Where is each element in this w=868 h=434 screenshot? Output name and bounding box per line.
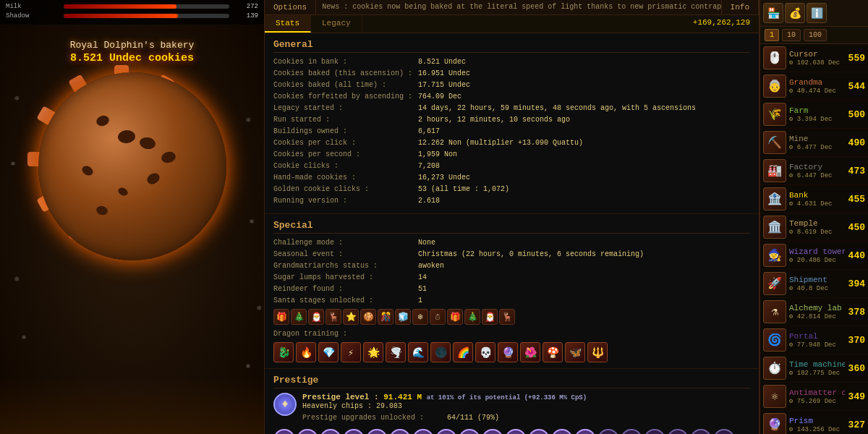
prestige-upgrade-icon[interactable]: 🌀 bbox=[412, 429, 434, 434]
santa-icon[interactable]: 🎅 bbox=[482, 309, 498, 325]
prestige-upgrade-icon[interactable]: 🌙 bbox=[505, 429, 527, 434]
santa-icon[interactable]: 🧊 bbox=[395, 309, 411, 325]
building-name: Alchemy lab bbox=[789, 304, 845, 312]
dragon-icon[interactable]: 🌪️ bbox=[386, 342, 406, 362]
stat-value: 6,617 bbox=[418, 127, 440, 137]
building-item[interactable]: 🖱️ Cursor ⚙ 102.638 Dec 559 bbox=[760, 44, 868, 72]
tab-stats[interactable]: Stats bbox=[265, 15, 311, 33]
santa-icon[interactable]: 🦌 bbox=[499, 309, 515, 325]
info-button[interactable]: Info bbox=[721, 0, 759, 14]
prestige-upgrade-icon[interactable]: ❄️ bbox=[597, 429, 619, 434]
building-item[interactable]: 🏦 Bank ⚙ 4.631 Dec 455 bbox=[760, 185, 868, 213]
chip bbox=[95, 205, 109, 216]
dragon-icon[interactable]: 🔱 bbox=[587, 342, 608, 362]
prestige-upgrade-icon[interactable]: 🎯 bbox=[435, 429, 457, 434]
prestige-upgrade-icon[interactable]: 🍀 bbox=[621, 429, 642, 434]
dragon-icon[interactable]: 💀 bbox=[475, 342, 495, 362]
prestige-upgrade-icon[interactable]: ⚡ bbox=[343, 429, 365, 434]
stat-label: Golden cookie clicks : bbox=[273, 184, 418, 195]
tab-legacy[interactable]: Legacy bbox=[311, 15, 362, 33]
building-item[interactable]: 🌾 Farm ⚙ 3.394 Dec 500 bbox=[760, 101, 868, 129]
santa-icon[interactable]: ☃️ bbox=[430, 309, 446, 325]
big-cookie[interactable] bbox=[38, 72, 226, 260]
options-button[interactable]: Options bbox=[265, 0, 316, 14]
building-item[interactable]: 👵 Grandma ⚙ 48.474 Dec 544 bbox=[760, 72, 868, 101]
dragon-icon[interactable]: 🦋 bbox=[565, 342, 585, 362]
qty-100-button[interactable]: 100 bbox=[804, 29, 827, 41]
building-item[interactable]: 🏭 Factory ⚙ 6.447 Dec 473 bbox=[760, 157, 868, 185]
building-item[interactable]: 🧙 Wizard tower ⚙ 20.486 Dec 440 bbox=[760, 242, 868, 270]
santa-icon[interactable]: 🎅 bbox=[308, 309, 324, 325]
dragon-icon[interactable]: 💎 bbox=[318, 342, 339, 362]
santa-icon[interactable]: 🍪 bbox=[360, 309, 376, 325]
building-cps: ⚙ 6.447 Dec bbox=[789, 171, 845, 179]
building-item[interactable]: 🔮 Prism ⚙ 143.256 Dec 327 bbox=[760, 411, 868, 434]
prestige-section: Prestige ♦ Prestige level : 91.421 M at … bbox=[265, 369, 759, 434]
prestige-upgrade-icon[interactable]: 🌟 bbox=[366, 429, 388, 434]
building-count: 473 bbox=[845, 166, 865, 176]
prestige-upgrade-icon[interactable]: 💥 bbox=[389, 429, 411, 434]
dragon-icon[interactable]: ⚡ bbox=[341, 342, 361, 362]
dragon-icon[interactable]: 🐉 bbox=[273, 342, 294, 362]
santa-icon[interactable]: 🎄 bbox=[464, 309, 480, 325]
qty-1-button[interactable]: 1 bbox=[765, 29, 779, 41]
stat-value: 2 hours, 12 minutes, 10 seconds ago bbox=[418, 115, 570, 125]
dragon-icon[interactable]: 🌺 bbox=[520, 342, 540, 362]
santa-icon[interactable]: ❄️ bbox=[412, 309, 428, 325]
building-name: Time machine bbox=[789, 360, 845, 369]
prestige-upgrade-icon[interactable]: 👑 bbox=[482, 429, 503, 434]
prestige-upgrade-icon[interactable]: 🌈 bbox=[713, 429, 735, 434]
prestige-upgrade-icon[interactable]: 🔥 bbox=[574, 429, 596, 434]
building-item[interactable]: ⛏️ Mine ⚙ 6.477 Dec 490 bbox=[760, 129, 868, 157]
dragon-icon[interactable]: 🔮 bbox=[498, 342, 518, 362]
building-icon-buy[interactable]: 🏪 bbox=[763, 3, 783, 23]
building-item[interactable]: ⚗️ Alchemy lab ⚙ 42.814 Dec 378 bbox=[760, 298, 868, 326]
prestige-upgrade-icon[interactable]: ☀️ bbox=[528, 429, 550, 434]
stat-label: Cookies per click : bbox=[273, 138, 418, 148]
prestige-upgrade-icon[interactable]: ✨ bbox=[320, 429, 341, 434]
building-info: Time machine ⚙ 182.775 Dec bbox=[786, 360, 845, 377]
building-item[interactable]: ⏱️ Time machine ⚙ 182.775 Dec 360 bbox=[760, 354, 868, 383]
prestige-upgrade-icon[interactable]: 🦋 bbox=[667, 429, 689, 434]
qty-10-button[interactable]: 10 bbox=[782, 29, 801, 41]
gold-counter: +169,262,129 bbox=[684, 15, 759, 33]
prestige-upgrade-icon[interactable]: 💫 bbox=[297, 429, 318, 434]
santa-icon[interactable]: 🎄 bbox=[291, 309, 307, 325]
prestige-info: Prestige level : 91.421 M at 101% of its… bbox=[302, 393, 587, 425]
prestige-upgrade-icon[interactable]: 🌺 bbox=[690, 429, 712, 434]
dragon-icon[interactable]: 🔥 bbox=[296, 342, 316, 362]
building-item[interactable]: ⚛️ Antimatter condenser ⚙ 75.269 Dec 349 bbox=[760, 383, 868, 411]
dragon-icon[interactable]: 🌊 bbox=[408, 342, 428, 362]
building-count: 360 bbox=[845, 363, 865, 374]
building-cps: ⚙ 42.814 Dec bbox=[789, 312, 845, 320]
buildings-list: 🖱️ Cursor ⚙ 102.638 Dec 559 👵 Grandma ⚙ … bbox=[760, 44, 868, 434]
building-count: 500 bbox=[845, 109, 865, 120]
special-title: Special bbox=[273, 220, 750, 234]
dragon-icon[interactable]: 🌑 bbox=[430, 342, 451, 362]
santa-icon[interactable]: 🦌 bbox=[326, 309, 341, 325]
dragon-icon[interactable]: 🍄 bbox=[542, 342, 563, 362]
stat-label: Cookies in bank : bbox=[273, 57, 418, 67]
santa-icon[interactable]: ⭐ bbox=[343, 309, 359, 325]
building-count: 327 bbox=[845, 420, 865, 430]
prestige-upgrade-icon[interactable]: 💎 bbox=[459, 429, 480, 434]
santa-icon[interactable]: 🎊 bbox=[378, 309, 393, 325]
cookie-body[interactable] bbox=[38, 72, 226, 260]
dragon-icon[interactable]: 🌈 bbox=[453, 342, 473, 362]
dragon-icon[interactable]: 🌟 bbox=[363, 342, 383, 362]
prestige-upgrade-icon[interactable]: 🌊 bbox=[551, 429, 573, 434]
building-item[interactable]: 🏛️ Temple ⚙ 8.619 Dec 450 bbox=[760, 213, 868, 242]
building-item[interactable]: 🌀 Portal ⚙ 77.948 Dec 370 bbox=[760, 326, 868, 354]
heavenly-chips-row: Heavenly chips : 29.083 bbox=[302, 401, 587, 412]
building-cps: ⚙ 4.631 Dec bbox=[789, 200, 845, 208]
qty-selector: 1 10 100 bbox=[760, 27, 868, 44]
prestige-upgrade-icon[interactable]: 🎭 bbox=[644, 429, 665, 434]
santa-icon[interactable]: 🎁 bbox=[447, 309, 463, 325]
prestige-upgrade-icon[interactable]: 🔮 bbox=[273, 429, 295, 434]
santa-icon[interactable]: 🎁 bbox=[273, 309, 289, 325]
special-stat-row: Challenge mode :None bbox=[273, 238, 750, 248]
building-icon-info[interactable]: ℹ️ bbox=[807, 3, 827, 23]
building-icon-sell[interactable]: 💰 bbox=[785, 3, 805, 23]
milk-track bbox=[64, 4, 229, 9]
building-item[interactable]: 🚀 Shipment ⚙ 40.8 Dec 394 bbox=[760, 270, 868, 298]
